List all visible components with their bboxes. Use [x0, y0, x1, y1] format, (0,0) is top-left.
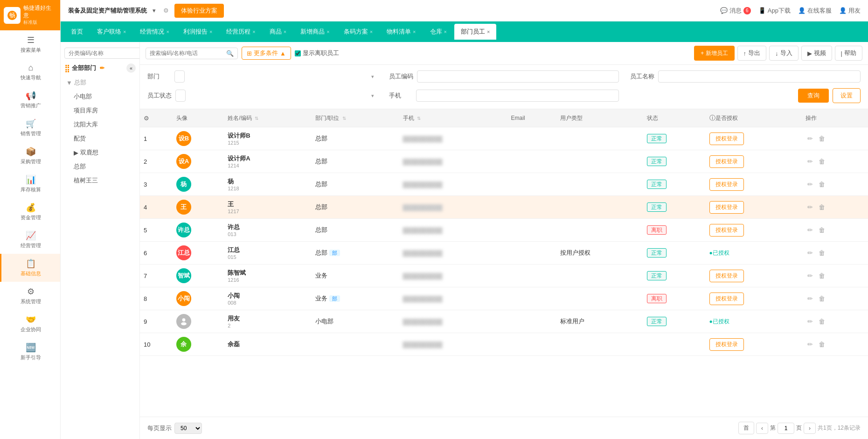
topbar-gear-icon[interactable]: ⚙ — [163, 7, 169, 14]
message-btn[interactable]: 💬 消息 6 — [720, 7, 751, 15]
edit-btn[interactable]: ✏ — [806, 294, 815, 303]
dept-item-xiaodian[interactable]: 小电部 — [61, 90, 139, 104]
filter-more-btn[interactable]: ⊞ 更多条件 ▲ — [242, 47, 291, 60]
af-code-input[interactable] — [417, 70, 619, 83]
add-employee-btn[interactable]: + 新增员工 — [694, 46, 734, 61]
page-input[interactable] — [778, 423, 794, 434]
delete-btn[interactable]: 🗑 — [817, 134, 827, 143]
sidebar-item-marketing[interactable]: 📢 营销推广 — [0, 86, 60, 114]
dept-search-input[interactable] — [64, 48, 140, 59]
sidebar-item-sales[interactable]: 🛒 销售管理 — [0, 114, 60, 142]
delete-btn[interactable]: 🗑 — [817, 294, 827, 303]
af-phone-input[interactable] — [416, 90, 619, 102]
sidebar-item-operation[interactable]: 📈 经营管理 — [0, 226, 60, 254]
tab-barcode-close[interactable]: × — [370, 29, 373, 35]
tab-barcode[interactable]: 条码方案 × — [337, 24, 379, 40]
edit-btn[interactable]: ✏ — [806, 134, 815, 143]
online-service-btn[interactable]: 👤 在线客服 — [798, 7, 832, 15]
per-page-select[interactable]: 50 100 — [174, 423, 202, 434]
sidebar-item-purchase[interactable]: 📦 采购管理 — [0, 142, 60, 170]
help-btn[interactable]: | 帮助 — [835, 46, 862, 61]
edit-btn[interactable]: ✏ — [806, 202, 815, 212]
delete-btn[interactable]: 🗑 — [817, 225, 827, 235]
tab-warehouse[interactable]: 仓库 × — [424, 24, 453, 40]
topbar-dropdown[interactable]: ▾ — [153, 7, 156, 14]
tab-customers-close[interactable]: × — [123, 29, 126, 35]
auth-login-btn[interactable]: 授权登录 — [709, 293, 744, 305]
delete-btn[interactable]: 🗑 — [817, 271, 827, 280]
sidebar-item-system[interactable]: ⚙ 系统管理 — [0, 282, 60, 310]
sidebar-item-search[interactable]: ☰ 搜索菜单 — [0, 30, 60, 58]
sidebar-item-inventory[interactable]: 📊 库存核算 — [0, 170, 60, 198]
dept-item-shuanglu[interactable]: ▶ 双鹿想 — [61, 146, 139, 160]
tab-biz-close[interactable]: × — [252, 29, 255, 35]
dept-all-header[interactable]: ⣿ 全部部门 ✏ « — [61, 61, 139, 76]
experience-btn[interactable]: 体验行业方案 — [174, 4, 224, 18]
af-name-input[interactable] — [658, 70, 861, 83]
delete-btn[interactable]: 🗑 — [817, 180, 827, 189]
auth-login-btn[interactable]: 授权登录 — [709, 224, 744, 237]
prev-page-btn[interactable]: ‹ — [756, 423, 768, 434]
dept-item-project[interactable]: 项目库房 — [61, 104, 139, 118]
edit-btn[interactable]: ✏ — [806, 225, 815, 235]
delete-btn[interactable]: 🗑 — [817, 157, 827, 166]
edit-btn[interactable]: ✏ — [806, 317, 815, 326]
dept-collapse-btn[interactable]: « — [126, 63, 136, 73]
sidebar-item-collab[interactable]: 🤝 企业协同 — [0, 310, 60, 338]
edit-btn[interactable]: ✏ — [806, 271, 815, 280]
set-btn[interactable]: 设置 — [833, 88, 861, 103]
dept-expand-icon[interactable]: ▼ — [66, 79, 72, 86]
af-dept-select[interactable] — [174, 70, 185, 83]
tab-profit-report[interactable]: 利润报告 × — [177, 24, 219, 40]
auth-login-btn[interactable]: 授权登录 — [709, 338, 744, 351]
next-page-btn[interactable]: › — [804, 423, 816, 434]
filter-search-input[interactable] — [150, 50, 224, 56]
user-menu[interactable]: 👤 用友 — [839, 7, 861, 15]
auth-login-btn[interactable]: 授权登录 — [709, 155, 744, 168]
dept-item-peihuo[interactable]: 配货 — [61, 132, 139, 146]
tab-goods-close[interactable]: × — [284, 29, 286, 35]
auth-login-btn[interactable]: 授权登录 — [709, 178, 744, 191]
tab-business-history[interactable]: 经营历程 × — [220, 24, 262, 40]
delete-btn[interactable]: 🗑 — [817, 340, 827, 349]
filter-search-icon[interactable]: 🔍 — [226, 50, 234, 57]
tab-home[interactable]: 首页 — [64, 24, 90, 40]
auth-login-btn[interactable]: 授权登录 — [709, 132, 744, 145]
th-phone[interactable]: 手机 ⇅ — [399, 109, 507, 127]
edit-btn[interactable]: ✏ — [806, 248, 815, 258]
th-dept[interactable]: 部门/职位 ⇅ — [312, 109, 399, 127]
sidebar-item-guide[interactable]: 🆕 新手引导 — [0, 338, 60, 366]
show-inactive-checkbox[interactable] — [295, 50, 301, 56]
auth-login-btn[interactable]: 授权登录 — [709, 201, 744, 214]
tab-material-close[interactable]: × — [413, 29, 416, 35]
th-settings[interactable]: ⚙ — [140, 109, 173, 127]
sidebar-item-quicknav[interactable]: ⌂ 快速导航 — [0, 58, 60, 86]
tab-op-close[interactable]: × — [166, 29, 169, 35]
first-page-btn[interactable]: 首 — [738, 422, 754, 434]
edit-btn[interactable]: ✏ — [806, 180, 815, 189]
export-btn[interactable]: ↑ 导出 — [737, 46, 767, 61]
dept-item-zhishu[interactable]: 植树王三 — [61, 174, 139, 188]
edit-btn[interactable]: ✏ — [806, 157, 815, 166]
sidebar-item-basic[interactable]: 📋 基础信息 — [0, 254, 60, 282]
video-btn[interactable]: ▶ 视频 — [801, 46, 832, 61]
sidebar-item-finance[interactable]: 💰 资金管理 — [0, 198, 60, 226]
tab-add-goods[interactable]: 新增商品 × — [294, 24, 336, 40]
tab-material[interactable]: 物料清单 × — [380, 24, 422, 40]
th-name-code[interactable]: 姓名/编码 ⇅ — [224, 109, 312, 127]
tab-operation-status[interactable]: 经营情况 × — [133, 24, 175, 40]
tab-dept-close[interactable]: × — [487, 29, 490, 35]
dept-edit-icon[interactable]: ✏ — [100, 65, 104, 71]
af-status-select[interactable] — [175, 90, 186, 102]
edit-btn[interactable]: ✏ — [806, 340, 815, 349]
app-download-btn[interactable]: 📱 App下载 — [758, 7, 791, 15]
dept-item-zongbu[interactable]: 总部 — [61, 160, 139, 174]
query-btn[interactable]: 查询 — [798, 89, 829, 103]
tab-dept-employee[interactable]: 部门员工 × — [454, 24, 496, 40]
show-inactive-check[interactable]: 显示离职员工 — [295, 49, 339, 57]
tab-addgoods-close[interactable]: × — [326, 29, 329, 35]
auth-login-btn[interactable]: 授权登录 — [709, 270, 744, 282]
delete-btn[interactable]: 🗑 — [817, 202, 827, 212]
tab-profit-close[interactable]: × — [209, 29, 212, 35]
tab-goods[interactable]: 商品 × — [263, 24, 293, 40]
